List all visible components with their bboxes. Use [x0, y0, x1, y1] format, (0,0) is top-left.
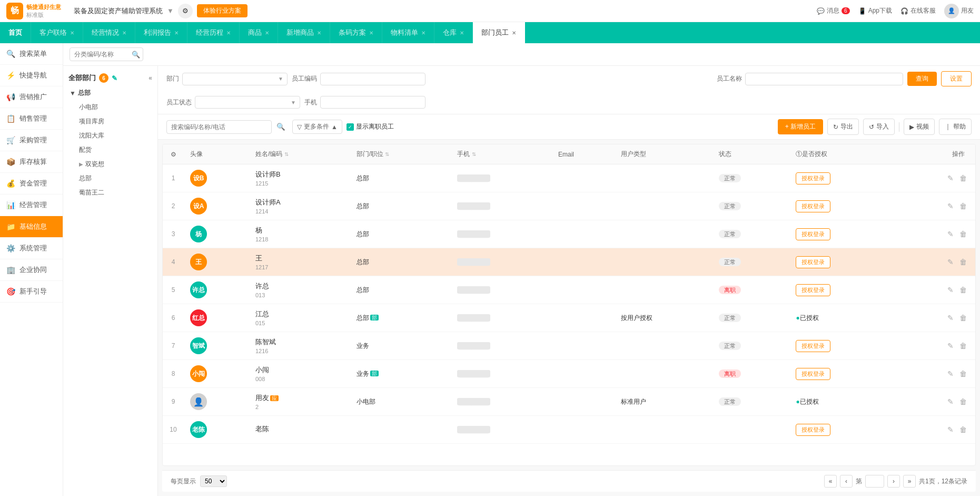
tree-node-shuangzixiang[interactable]: ▶ 双瓷想 — [63, 157, 157, 171]
tab-newgoods[interactable]: 新增商品 ✕ — [278, 22, 330, 43]
auth-login-btn[interactable]: 授权登录 — [796, 340, 830, 352]
sidebar-item-search[interactable]: 🔍 搜索菜单 — [0, 43, 63, 65]
delete-employee-btn[interactable]: 🗑 — [957, 424, 969, 435]
delete-employee-btn[interactable]: 🗑 — [957, 341, 969, 351]
close-warehouse-icon[interactable]: ✕ — [460, 30, 464, 36]
tab-process[interactable]: 经营历程 ✕ — [187, 22, 240, 43]
tree-node-zongbu-parent[interactable]: ▼ 总部 — [63, 86, 157, 100]
close-customer-icon[interactable]: ✕ — [70, 30, 74, 36]
current-page-input[interactable]: 1 — [865, 475, 884, 488]
filter-more-btn[interactable]: ▽ 更多条件 ▲ — [292, 120, 342, 134]
import-button[interactable]: ↺ 导入 — [863, 119, 895, 135]
close-newgoods-icon[interactable]: ✕ — [317, 30, 321, 36]
sidebar-item-operation[interactable]: 📊 经营管理 — [0, 194, 63, 216]
show-resign-checkbox[interactable] — [347, 123, 354, 131]
filter-dept-select[interactable] — [182, 73, 288, 85]
edit-employee-btn[interactable]: ✎ — [945, 201, 956, 211]
tab-operation[interactable]: 经营情况 ✕ — [83, 22, 135, 43]
tab-barcode[interactable]: 条码方案 ✕ — [330, 22, 382, 43]
sidebar-item-guide[interactable]: 🎯 新手引导 — [0, 281, 63, 303]
tab-goods[interactable]: 商品 ✕ — [240, 22, 278, 43]
delete-employee-btn[interactable]: 🗑 — [957, 313, 969, 323]
edit-employee-btn[interactable]: ✎ — [945, 173, 956, 183]
close-goods-icon[interactable]: ✕ — [265, 30, 269, 36]
system-dropdown-icon[interactable]: ▼ — [167, 7, 174, 15]
edit-employee-btn[interactable]: ✎ — [945, 257, 956, 267]
next-page-btn[interactable]: › — [887, 475, 900, 488]
category-search-icon[interactable]: 🔍 — [132, 51, 140, 59]
help-button[interactable]: ｜ 帮助 — [939, 119, 972, 135]
filter-phone-input[interactable] — [320, 96, 425, 109]
tree-collapse-icon[interactable]: « — [149, 74, 152, 82]
delete-employee-btn[interactable]: 🗑 — [957, 257, 969, 267]
edit-employee-btn[interactable]: ✎ — [945, 424, 956, 435]
tab-home[interactable]: 首页 — [0, 22, 31, 43]
filter-empcode-input[interactable] — [320, 73, 425, 85]
auth-login-btn[interactable]: 授权登录 — [796, 172, 830, 184]
tree-node-shenyangdaiku[interactable]: 沈阳大库 — [63, 129, 157, 143]
query-button[interactable]: 查询 — [907, 72, 937, 86]
col-phone[interactable]: 手机 ⇅ — [451, 144, 552, 164]
close-profit-icon[interactable]: ✕ — [174, 30, 179, 36]
app-download-btn[interactable]: 📱 App下载 — [858, 6, 892, 15]
sidebar-item-quicknav[interactable]: ⚡ 快捷导航 — [0, 65, 63, 86]
close-process-icon[interactable]: ✕ — [226, 30, 231, 36]
online-service-btn[interactable]: 🎧 在线客服 — [900, 6, 936, 15]
tree-node-xiaodianbu[interactable]: 小电部 — [63, 100, 157, 114]
add-employee-button[interactable]: + 新增员工 — [778, 119, 823, 134]
col-settings[interactable]: ⚙ — [163, 144, 184, 164]
sidebar-item-inventory[interactable]: 📦 库存核算 — [0, 151, 63, 173]
tab-staff[interactable]: 部门员工 ✕ — [473, 22, 525, 43]
sidebar-item-sales[interactable]: 📋 销售管理 — [0, 108, 63, 130]
edit-employee-btn[interactable]: ✎ — [945, 313, 956, 323]
delete-employee-btn[interactable]: 🗑 — [957, 285, 969, 295]
per-page-select[interactable]: 50 100 — [200, 475, 227, 487]
filter-status-select[interactable] — [195, 96, 300, 109]
tree-node-xiangmuku[interactable]: 项目库房 — [63, 114, 157, 129]
auth-login-btn[interactable]: 授权登录 — [796, 256, 830, 268]
set-button[interactable]: 设置 — [941, 71, 972, 86]
tab-customer[interactable]: 客户联络 ✕ — [31, 22, 83, 43]
close-materials-icon[interactable]: ✕ — [421, 30, 425, 36]
trial-button[interactable]: 体验行业方案 — [197, 4, 248, 17]
edit-dept-icon[interactable]: ✎ — [112, 74, 117, 82]
sidebar-item-finance[interactable]: 💰 资金管理 — [0, 173, 63, 194]
edit-employee-btn[interactable]: ✎ — [945, 368, 956, 379]
message-btn[interactable]: 💬 消息 6 — [817, 6, 850, 15]
edit-employee-btn[interactable]: ✎ — [945, 285, 956, 295]
gear-button[interactable]: ⚙ — [178, 4, 193, 18]
close-operation-icon[interactable]: ✕ — [122, 30, 126, 36]
edit-employee-btn[interactable]: ✎ — [945, 229, 956, 239]
user-avatar[interactable]: 👤 用友 — [944, 4, 974, 18]
auth-login-btn[interactable]: 授权登录 — [796, 424, 830, 436]
toolbar-search-input[interactable] — [166, 120, 272, 134]
delete-employee-btn[interactable]: 🗑 — [957, 173, 969, 183]
show-resign-label[interactable]: 显示离职员工 — [347, 122, 394, 131]
close-staff-icon[interactable]: ✕ — [512, 30, 516, 36]
auth-login-btn[interactable]: 授权登录 — [796, 200, 830, 212]
tree-node-pumiuwang[interactable]: 葡苗王二 — [63, 186, 157, 200]
tree-node-peihuo[interactable]: 配货 — [63, 143, 157, 157]
all-dept-label[interactable]: 全部部门 — [68, 73, 96, 83]
delete-employee-btn[interactable]: 🗑 — [957, 201, 969, 211]
delete-employee-btn[interactable]: 🗑 — [957, 396, 969, 407]
view-button[interactable]: ▶ 视频 — [904, 119, 935, 135]
export-button[interactable]: ↻ 导出 — [827, 119, 859, 135]
delete-employee-btn[interactable]: 🗑 — [957, 368, 969, 379]
col-name-code[interactable]: 姓名/编码 ⇅ — [249, 144, 350, 164]
auth-login-btn[interactable]: 授权登录 — [796, 368, 830, 380]
auth-login-btn[interactable]: 授权登录 — [796, 284, 830, 296]
tab-profit[interactable]: 利润报告 ✕ — [135, 22, 187, 43]
sidebar-item-system[interactable]: ⚙️ 系统管理 — [0, 238, 63, 259]
close-barcode-icon[interactable]: ✕ — [369, 30, 373, 36]
filter-empname-input[interactable] — [745, 73, 903, 85]
toolbar-search-btn[interactable]: 🔍 — [274, 120, 288, 133]
sidebar-item-purchase[interactable]: 🛒 采购管理 — [0, 130, 63, 151]
tab-warehouse[interactable]: 仓库 ✕ — [434, 22, 473, 43]
tab-materials[interactable]: 物料清单 ✕ — [382, 22, 434, 43]
auth-login-btn[interactable]: 授权登录 — [796, 228, 830, 240]
tree-node-zongbu2[interactable]: 总部 — [63, 171, 157, 186]
sidebar-item-basic[interactable]: 📁 基础信息 — [0, 216, 63, 238]
sidebar-item-enterprise[interactable]: 🏢 企业协同 — [0, 259, 63, 281]
prev-page-btn[interactable]: ‹ — [840, 475, 853, 488]
